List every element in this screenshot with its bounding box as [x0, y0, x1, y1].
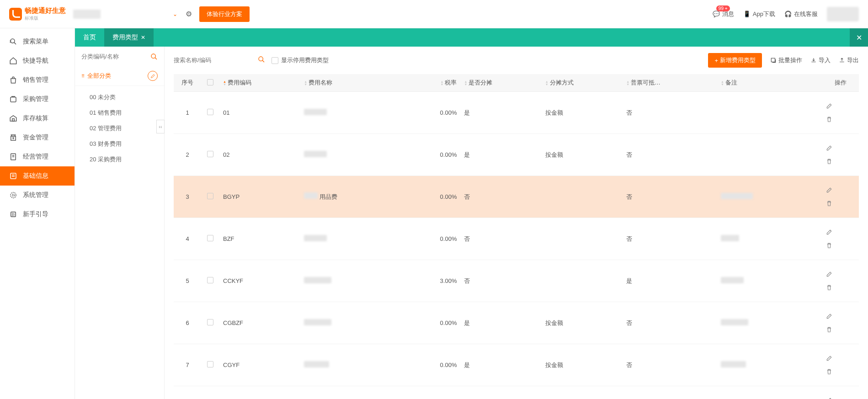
category-item[interactable]: 00 未分类: [75, 90, 164, 105]
expense-table: 序号 ▲▼费用编码 ▲▼费用名称 ▲▼税率 ▲▼是否分摊 ▲▼分摊方式 ▲▼普票…: [174, 74, 859, 399]
edit-icon[interactable]: [826, 271, 855, 277]
search-icon[interactable]: [258, 56, 265, 63]
sidebar-item-purchase[interactable]: 采购管理: [0, 90, 75, 109]
money-icon: [9, 133, 17, 142]
category-item[interactable]: 02 管理费用: [75, 121, 164, 136]
cell-check[interactable]: [201, 386, 219, 399]
col-rate[interactable]: ▲▼税率: [405, 74, 460, 92]
sidebar-item-funds[interactable]: 资金管理: [0, 128, 75, 147]
col-method[interactable]: ▲▼分摊方式: [542, 74, 623, 92]
col-check[interactable]: [201, 74, 219, 92]
cell-check[interactable]: [201, 302, 219, 344]
edit-icon[interactable]: [148, 71, 158, 81]
checkbox-icon[interactable]: [207, 79, 213, 85]
checkbox-icon[interactable]: [207, 277, 213, 283]
checkbox-icon[interactable]: [207, 109, 213, 115]
category-all[interactable]: ⠿ 全部分类: [75, 66, 164, 86]
table-search-input[interactable]: [174, 55, 265, 66]
edit-icon[interactable]: [826, 229, 855, 235]
cell-check[interactable]: [201, 176, 219, 218]
gear-icon[interactable]: ⚙: [186, 10, 192, 18]
table-row[interactable]: 7 CGYF 0.00% 是 按金额 否: [174, 344, 859, 386]
batch-button[interactable]: 批量操作: [770, 56, 802, 64]
edit-icon[interactable]: [826, 313, 855, 319]
toolbar-search: [174, 55, 265, 66]
delete-icon[interactable]: [826, 368, 855, 375]
checkbox-icon[interactable]: [207, 235, 213, 241]
edit-icon[interactable]: [826, 397, 855, 399]
edit-icon[interactable]: [826, 187, 855, 193]
col-name[interactable]: ▲▼费用名称: [300, 74, 405, 92]
company-selector[interactable]: ⌄ ⚙: [73, 10, 192, 19]
delete-icon[interactable]: [826, 284, 855, 291]
table-row[interactable]: 3 BGYP 用品费 0.00% 否 否: [174, 176, 859, 218]
collapse-button[interactable]: ‹‹: [156, 120, 165, 133]
import-button[interactable]: 导入: [810, 56, 831, 64]
table-row[interactable]: 1 01 0.00% 是 按金额 否: [174, 92, 859, 134]
checkbox-icon[interactable]: [207, 151, 213, 157]
show-disabled-checkbox[interactable]: 显示停用费用类型: [272, 56, 329, 64]
col-code[interactable]: ▲▼费用编码: [219, 74, 300, 92]
cell-check[interactable]: [201, 92, 219, 134]
category-item[interactable]: 01 销售费用: [75, 105, 164, 121]
checkbox-icon[interactable]: [207, 319, 213, 325]
col-share[interactable]: ▲▼是否分摊: [460, 74, 541, 92]
close-all-tabs[interactable]: ✕: [850, 28, 868, 47]
sidebar-item-business[interactable]: 经营管理: [0, 147, 75, 166]
cell-method: 按金额: [542, 344, 623, 386]
edit-icon[interactable]: [826, 145, 855, 151]
close-icon[interactable]: ✕: [141, 34, 145, 41]
edit-icon[interactable]: [826, 355, 855, 362]
delete-icon[interactable]: [826, 326, 855, 333]
sidebar-item-search[interactable]: 搜索菜单: [0, 32, 75, 51]
table-row[interactable]: 6 CGBZF 0.00% 是 按金额 否: [174, 302, 859, 344]
cell-code: 02: [219, 134, 300, 176]
category-item[interactable]: 20 采购费用: [75, 152, 164, 167]
cell-method: 按金额: [542, 134, 623, 176]
message-button[interactable]: 99 + 💬 消息: [713, 10, 734, 18]
cell-seq: 5: [174, 260, 201, 302]
cell-check[interactable]: [201, 344, 219, 386]
category-item[interactable]: 03 财务费用: [75, 136, 164, 152]
experience-button[interactable]: 体验行业方案: [199, 6, 250, 22]
col-seq[interactable]: 序号: [174, 74, 201, 92]
delete-icon[interactable]: [826, 242, 855, 249]
search-icon[interactable]: [150, 53, 158, 60]
edit-icon[interactable]: [826, 103, 855, 109]
sidebar-item-inventory[interactable]: 库存核算: [0, 109, 75, 128]
table-row[interactable]: 8 CGZXF 0.00% 是 按金额 否: [174, 386, 859, 399]
col-deduct[interactable]: ▲▼普票可抵…: [623, 74, 717, 92]
table-row[interactable]: 4 BZF 0.00% 否 否: [174, 218, 859, 260]
search-icon: [9, 37, 17, 46]
sidebar-item-guide[interactable]: 新 新手引导: [0, 205, 75, 224]
table-row[interactable]: 5 CCKYF 3.00% 否 是: [174, 260, 859, 302]
sidebar-item-sales[interactable]: 销售管理: [0, 70, 75, 90]
cell-check[interactable]: [201, 134, 219, 176]
tab-expense-type[interactable]: 费用类型 ✕: [104, 28, 154, 47]
user-avatar[interactable]: [827, 7, 859, 21]
add-button[interactable]: + 新增费用类型: [708, 53, 762, 68]
sidebar-item-basic[interactable]: 基础信息: [0, 166, 75, 186]
cell-check[interactable]: [201, 218, 219, 260]
export-button[interactable]: 导出: [839, 56, 859, 64]
table-row[interactable]: 2 02 0.00% 是 按金额 否: [174, 134, 859, 176]
cell-name: [300, 260, 405, 302]
cell-method: 按金额: [542, 302, 623, 344]
delete-icon[interactable]: [826, 116, 855, 122]
online-service-button[interactable]: 🎧 在线客服: [784, 10, 818, 18]
col-remark[interactable]: ▲▼备注: [717, 74, 822, 92]
delete-icon[interactable]: [826, 200, 855, 207]
cell-rate: 0.00%: [405, 386, 460, 399]
sidebar-item-system[interactable]: 系统管理: [0, 186, 75, 205]
cell-code: CGBZF: [219, 302, 300, 344]
checkbox-icon[interactable]: [207, 361, 213, 367]
cell-remark: [717, 260, 822, 302]
category-search-input[interactable]: [81, 53, 158, 60]
grid-icon: ⠿: [81, 74, 85, 79]
tab-home[interactable]: 首页: [75, 28, 104, 47]
sidebar-item-quicknav[interactable]: 快捷导航: [0, 51, 75, 70]
checkbox-icon[interactable]: [207, 193, 213, 199]
cell-check[interactable]: [201, 260, 219, 302]
delete-icon[interactable]: [826, 158, 855, 165]
app-download-button[interactable]: 📱 App下载: [743, 10, 775, 18]
